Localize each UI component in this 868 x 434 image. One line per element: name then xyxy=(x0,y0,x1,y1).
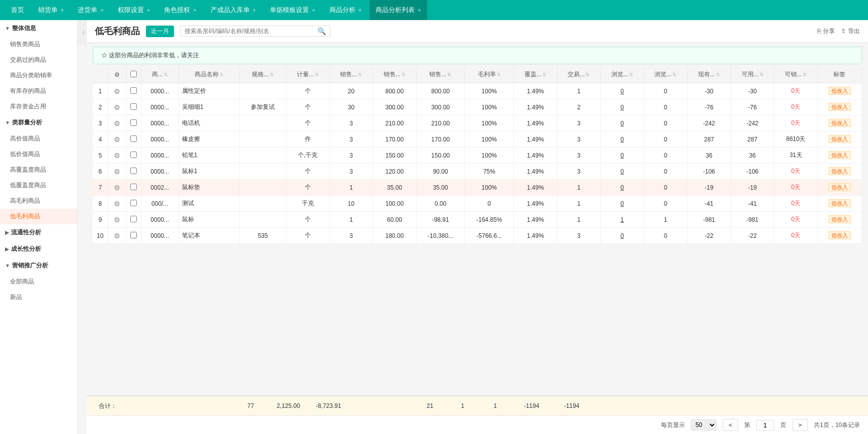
page-number-input[interactable] xyxy=(756,420,774,430)
row-name-5[interactable]: 鼠标1 xyxy=(179,164,239,180)
row-checkbox-3[interactable] xyxy=(126,131,141,148)
close-analysis-list-icon[interactable]: × xyxy=(418,0,421,20)
nav-sales-order[interactable]: 销货单 × xyxy=(32,0,70,20)
gear-header[interactable]: ⚙ xyxy=(108,66,126,83)
col-view2[interactable]: 浏览...⇅ xyxy=(644,66,687,83)
row-checkbox-6[interactable] xyxy=(126,180,141,196)
sidebar-section-circulation[interactable]: ▶ 流通性分析 xyxy=(0,224,77,241)
sidebar-item-low-value[interactable]: 低价值商品 xyxy=(0,147,77,162)
col-trade[interactable]: 交易...⇅ xyxy=(557,66,601,83)
row-gear-3[interactable]: ⚙ xyxy=(108,131,126,148)
sidebar-item-category-sales-rate[interactable]: 商品分类助销率 xyxy=(0,68,77,83)
close-product-entry-icon[interactable]: × xyxy=(253,0,256,20)
nav-purchase-order[interactable]: 进货单 × xyxy=(72,0,109,20)
row-name-0[interactable]: 属性定价 xyxy=(179,83,239,99)
row-gear-1[interactable]: ⚙ xyxy=(108,99,126,115)
row-checkbox-5[interactable] xyxy=(126,164,141,180)
row-gear-6[interactable]: ⚙ xyxy=(108,180,126,196)
row-gear-8[interactable]: ⚙ xyxy=(108,212,126,228)
row-checkbox-7[interactable] xyxy=(126,196,141,212)
nav-home[interactable]: 首页 xyxy=(5,0,30,20)
row-view1-6[interactable]: 0 xyxy=(601,180,644,196)
sidebar-item-low-margin[interactable]: 低毛利商品 xyxy=(0,209,77,224)
nav-role-auth[interactable]: 角色授权 × xyxy=(158,0,202,20)
sidebar-item-new-products[interactable]: 新品 xyxy=(0,290,77,305)
row-view1-5[interactable]: 0 xyxy=(601,164,644,180)
date-filter-button[interactable]: 近一月 xyxy=(146,26,174,37)
col-name[interactable]: 商品名称⇅ xyxy=(179,66,239,83)
row-select-checkbox-8[interactable] xyxy=(130,216,137,222)
row-gear-9[interactable]: ⚙ xyxy=(108,228,126,244)
row-view1-0[interactable]: 0 xyxy=(601,83,644,99)
sidebar-item-high-value[interactable]: 高价值商品 xyxy=(0,131,77,147)
sidebar-item-high-margin[interactable]: 高毛利商品 xyxy=(0,193,77,209)
row-view1-1[interactable]: 0 xyxy=(601,99,644,115)
sidebar-item-high-coverage[interactable]: 高覆盖度商品 xyxy=(0,162,77,178)
row-select-checkbox-3[interactable] xyxy=(130,135,137,142)
row-view1-7[interactable]: 0 xyxy=(601,196,644,212)
row-view1-9[interactable]: 0 xyxy=(601,228,644,244)
row-select-checkbox-2[interactable] xyxy=(130,119,137,126)
col-spec[interactable]: 规格...⇅ xyxy=(240,66,286,83)
sidebar-section-growth[interactable]: ▶ 成长性分析 xyxy=(0,241,77,257)
col-code[interactable]: 商...⇅ xyxy=(141,66,179,83)
row-checkbox-9[interactable] xyxy=(126,228,141,244)
close-sales-order-icon[interactable]: × xyxy=(61,0,64,20)
sidebar-section-overall[interactable]: ▼ 整体信息 xyxy=(0,20,77,37)
col-coverage[interactable]: 覆盖...⇅ xyxy=(514,66,558,83)
sidebar-section-cluster[interactable]: ▼ 类群量分析 xyxy=(0,114,77,131)
col-sales-price[interactable]: 销售...⇅ xyxy=(373,66,417,83)
close-permissions-icon[interactable]: × xyxy=(147,0,150,20)
row-name-3[interactable]: 橡皮擦 xyxy=(179,131,239,148)
row-checkbox-8[interactable] xyxy=(126,212,141,228)
col-sales-qty[interactable]: 销售...⇅ xyxy=(329,66,373,83)
close-analysis-icon[interactable]: × xyxy=(359,0,362,20)
close-purchase-order-icon[interactable]: × xyxy=(100,0,103,20)
row-name-2[interactable]: 电话机 xyxy=(179,115,239,131)
row-checkbox-4[interactable] xyxy=(126,148,141,164)
sidebar-item-traded-products[interactable]: 交易过的商品 xyxy=(0,52,77,68)
next-page-button[interactable]: ＞ xyxy=(792,419,808,431)
row-select-checkbox-7[interactable] xyxy=(130,200,137,206)
row-select-checkbox-6[interactable] xyxy=(130,184,137,190)
row-checkbox-2[interactable] xyxy=(126,115,141,131)
col-gross-margin[interactable]: 毛利率⇅ xyxy=(465,66,514,83)
row-checkbox-1[interactable] xyxy=(126,99,141,115)
nav-product-entry[interactable]: 产成品入库单 × xyxy=(205,0,262,20)
row-view1-4[interactable]: 0 xyxy=(601,148,644,164)
col-unit[interactable]: 计量...⇅ xyxy=(286,66,329,83)
row-checkbox-0[interactable] xyxy=(126,83,141,99)
col-available[interactable]: 可用...⇅ xyxy=(731,66,774,83)
prev-page-button[interactable]: ＜ xyxy=(723,419,738,431)
row-select-checkbox-1[interactable] xyxy=(130,103,137,110)
row-view1-8[interactable]: 1 xyxy=(601,212,644,228)
col-current-stock[interactable]: 现有...⇅ xyxy=(687,66,731,83)
col-sellable[interactable]: 可销...⇅ xyxy=(774,66,818,83)
sidebar-item-in-stock[interactable]: 有库存的商品 xyxy=(0,83,77,99)
sidebar-section-marketing[interactable]: ▼ 营销推广分析 xyxy=(0,257,77,274)
row-name-9[interactable]: 笔记本 xyxy=(179,228,239,244)
nav-product-analysis[interactable]: 商品分析 × xyxy=(323,0,368,20)
row-gear-5[interactable]: ⚙ xyxy=(108,164,126,180)
row-name-8[interactable]: 鼠标 xyxy=(179,212,239,228)
page-size-select[interactable]: 50 20 100 xyxy=(691,419,717,430)
select-all-checkbox[interactable] xyxy=(130,71,137,77)
row-select-checkbox-5[interactable] xyxy=(130,168,137,174)
row-select-checkbox-9[interactable] xyxy=(130,232,137,238)
close-role-auth-icon[interactable]: × xyxy=(193,0,196,20)
share-button[interactable]: ⎘ 分享 xyxy=(817,27,835,36)
col-sales-amount[interactable]: 销售...⇅ xyxy=(416,66,465,83)
row-select-checkbox-4[interactable] xyxy=(130,152,137,158)
nav-template-settings[interactable]: 单据模板设置 × xyxy=(264,0,321,20)
sidebar-collapse-button[interactable]: 《 xyxy=(78,20,87,45)
sidebar-item-sales-products[interactable]: 销售类商品 xyxy=(0,37,77,52)
row-gear-7[interactable]: ⚙ xyxy=(108,196,126,212)
export-button[interactable]: ⇪ 导出 xyxy=(841,27,860,36)
row-gear-0[interactable]: ⚙ xyxy=(108,83,126,99)
row-name-1[interactable]: 吴细细1 xyxy=(179,99,239,115)
row-view1-3[interactable]: 0 xyxy=(601,131,644,148)
row-name-6[interactable]: 鼠标垫 xyxy=(179,180,239,196)
sidebar-item-stock-capital[interactable]: 库存资金占用 xyxy=(0,99,77,114)
search-input[interactable] xyxy=(185,28,317,35)
row-view1-2[interactable]: 0 xyxy=(601,115,644,131)
